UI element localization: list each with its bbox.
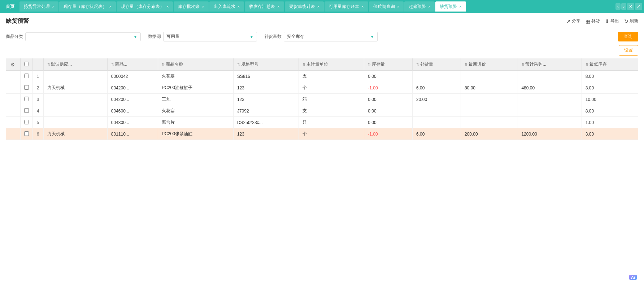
tab-nav-restore[interactable]: ⤢: [635, 3, 642, 10]
col-default-supplier[interactable]: 默认供应...: [43, 58, 107, 71]
table-container: ⚙ 默认供应... 商品... 商品名称 规格型号 主计量单位 库存量 补货量 …: [0, 58, 644, 140]
table-row: 5 004800... 离合片 DS250*23c... 只 0.00 1.00: [6, 117, 638, 128]
tab-shortage-close[interactable]: ×: [459, 4, 461, 9]
row-unit: 只: [299, 117, 364, 128]
row-latest-price: 80.00: [461, 82, 518, 94]
tab-stock1-label: 现存量（库存状况表）: [64, 4, 107, 10]
row-checkbox-cell: [20, 128, 32, 140]
col-replenish[interactable]: 补货量: [413, 58, 461, 71]
tab-home[interactable]: 首页: [1, 1, 19, 12]
row-estimated-purchase: [518, 105, 582, 117]
datasource-label: 数据源: [148, 34, 161, 40]
row-checkbox-cell: [20, 94, 32, 105]
filter-group-replenish-base: 补货基数 安全库存 ▼: [264, 32, 378, 41]
row-product-code: 004200...: [107, 82, 158, 94]
row-replenish: 6.00: [413, 128, 461, 140]
tab-expire-close[interactable]: ×: [397, 4, 399, 9]
tab-available-label: 可用量库存账本: [329, 4, 359, 10]
col-spec[interactable]: 规格型号: [233, 58, 299, 71]
col-num: [32, 58, 43, 71]
row-checkbox[interactable]: [24, 85, 29, 90]
row-replenish: 6.00: [413, 82, 461, 94]
tab-pick-label: 拣货异常处理: [24, 4, 50, 10]
tab-overstock[interactable]: 超储预警 ×: [404, 1, 435, 12]
row-checkbox[interactable]: [24, 108, 29, 113]
row-stock: -1.00: [364, 128, 413, 140]
row-gear-cell: [6, 128, 20, 140]
tab-batch-close[interactable]: ×: [202, 4, 204, 9]
settings-button[interactable]: 设置: [619, 45, 638, 56]
tab-order-close[interactable]: ×: [317, 4, 319, 9]
row-product-name: PC200张紧油缸: [158, 128, 234, 140]
gear-icon[interactable]: ⚙: [10, 62, 15, 67]
col-latest-price[interactable]: 最新进价: [461, 58, 518, 71]
tab-stock2[interactable]: 现存量（库存分布表） ×: [117, 1, 173, 12]
row-unit: 个: [299, 82, 364, 94]
row-gear-cell: [6, 94, 20, 105]
tab-nav-close-all[interactable]: ✕: [627, 3, 634, 10]
tab-stock2-close[interactable]: ×: [166, 4, 169, 9]
export-button[interactable]: ⬇ 导出: [605, 18, 619, 24]
tab-pick-close[interactable]: ×: [52, 4, 54, 9]
tab-batch[interactable]: 库存批次账 ×: [174, 1, 208, 12]
col-min-stock[interactable]: 最低库存: [582, 58, 638, 71]
row-num: 6: [32, 128, 43, 140]
tab-overstock-close[interactable]: ×: [428, 4, 430, 9]
query-button[interactable]: 查询: [618, 32, 638, 41]
export-label: 导出: [610, 18, 619, 24]
col-product-name[interactable]: 商品名称: [158, 58, 234, 71]
tab-flow[interactable]: 出入库流水 ×: [209, 1, 244, 12]
row-checkbox[interactable]: [24, 120, 29, 124]
tab-order[interactable]: 要货单统计表 ×: [285, 1, 324, 12]
col-header-checkbox: [20, 58, 32, 71]
row-default-supplier: 力天机械: [43, 82, 107, 94]
replenish-base-select[interactable]: 安全库存 ▼: [284, 32, 378, 41]
refresh-button[interactable]: ↻ 刷新: [624, 18, 638, 24]
tab-expire[interactable]: 保质期查询 ×: [369, 1, 404, 12]
tab-available-close[interactable]: ×: [361, 4, 364, 9]
tab-stock1-close[interactable]: ×: [109, 4, 111, 9]
row-stock: 0.00: [364, 117, 413, 128]
row-spec: 123: [233, 82, 299, 94]
share-button[interactable]: ↗ 分享: [566, 18, 580, 24]
tab-overstock-label: 超储预警: [409, 4, 426, 10]
row-checkbox[interactable]: [24, 131, 29, 136]
col-unit[interactable]: 主计量单位: [299, 58, 364, 71]
tab-summary[interactable]: 收发存汇总表 ×: [245, 1, 284, 12]
table-row: 2 力天机械 004200... PC200油缸缸子 123 个 -1.00 6…: [6, 82, 638, 94]
share-icon: ↗: [566, 18, 571, 24]
row-product-code: 004600...: [107, 105, 158, 117]
datasource-arrow-icon: ▼: [249, 34, 254, 39]
col-estimated-purchase[interactable]: 预计采购...: [518, 58, 582, 71]
ai-badge[interactable]: Ai: [629, 275, 637, 280]
tab-nav-prev[interactable]: ‹: [615, 3, 621, 10]
header-actions: ↗ 分享 ▦ 补货 ⬇ 导出 ↻ 刷新: [566, 18, 638, 24]
share-label: 分享: [572, 18, 580, 24]
select-all-checkbox[interactable]: [24, 62, 29, 66]
row-spec: 123: [233, 94, 299, 105]
replenish-button[interactable]: ▦ 补货: [586, 18, 600, 24]
export-icon: ⬇: [605, 18, 609, 24]
tab-pick[interactable]: 拣货异常处理 ×: [19, 1, 58, 12]
table-row: 1 0000042 火花塞 SS816 支 0.00 8.00: [6, 71, 638, 82]
col-stock[interactable]: 库存量: [364, 58, 413, 71]
row-checkbox-cell: [20, 117, 32, 128]
row-gear-cell: [6, 117, 20, 128]
table-row: 6 力天机械 801110... PC200张紧油缸 123 个 -1.00 6…: [6, 128, 638, 140]
row-checkbox[interactable]: [24, 97, 29, 101]
tab-shortage[interactable]: 缺货预警 ×: [435, 1, 466, 12]
tab-available[interactable]: 可用量库存账本 ×: [325, 1, 368, 12]
tab-summary-close[interactable]: ×: [277, 4, 279, 9]
row-num: 4: [32, 105, 43, 117]
col-product-code[interactable]: 商品...: [107, 58, 158, 71]
row-replenish: [413, 117, 461, 128]
row-checkbox[interactable]: [24, 74, 29, 78]
tab-flow-close[interactable]: ×: [238, 4, 240, 9]
tab-home-label: 首页: [6, 4, 14, 10]
tab-stock1[interactable]: 现存量（库存状况表） ×: [59, 1, 116, 12]
refresh-label: 刷新: [630, 18, 638, 24]
row-checkbox-cell: [20, 105, 32, 117]
datasource-select[interactable]: 可用量 ▼: [163, 32, 257, 41]
tab-nav-next[interactable]: ›: [621, 3, 626, 10]
category-select[interactable]: ▼: [25, 32, 141, 41]
